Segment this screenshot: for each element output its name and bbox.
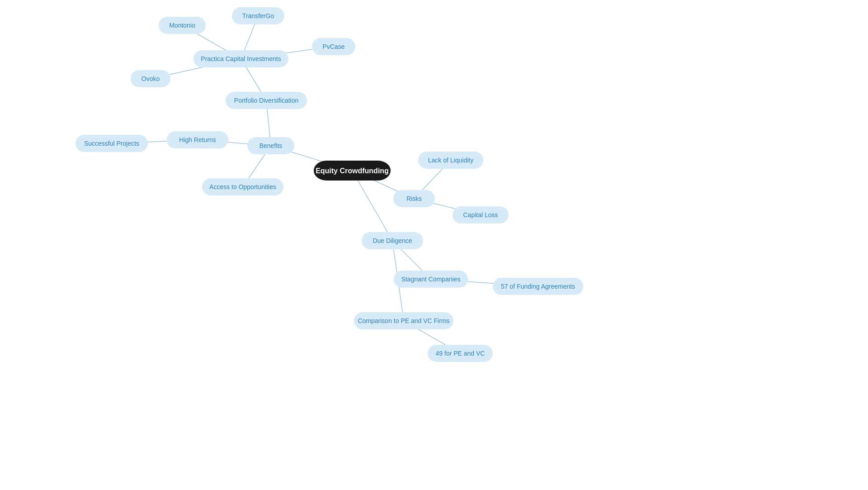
pvcase-label: PvCase — [322, 43, 344, 50]
benefits-label: Benefits — [259, 142, 283, 149]
node-capital-loss[interactable]: Capital Loss — [453, 206, 509, 224]
node-due-diligence[interactable]: Due Diligence — [362, 232, 423, 249]
edge-center-duediligence — [352, 171, 392, 241]
node-funding-agreements[interactable]: 57 of Funding Agreements — [493, 278, 583, 295]
node-practica-capital[interactable]: Practica Capital Investments — [193, 50, 288, 67]
node-access-opportunities[interactable]: Access to Opportunities — [202, 178, 283, 195]
node-transfergo[interactable]: TransferGo — [232, 7, 284, 24]
mind-map: .edge-line { stroke: #a0c4d8; stroke-wid… — [0, 0, 868, 490]
node-successful-projects[interactable]: Successful Projects — [75, 135, 148, 152]
node-risks[interactable]: Risks — [393, 190, 435, 207]
access-opportunities-label: Access to Opportunities — [209, 183, 276, 190]
node-lack-liquidity[interactable]: Lack of Liquidity — [418, 152, 483, 169]
lack-liquidity-label: Lack of Liquidity — [428, 157, 473, 164]
risks-label: Risks — [406, 195, 422, 202]
node-pvcase[interactable]: PvCase — [312, 38, 355, 55]
transfergo-label: TransferGo — [242, 12, 274, 19]
stagnant-companies-label: Stagnant Companies — [401, 276, 461, 283]
node-comparison-pevc[interactable]: Comparison to PE and VC Firms — [354, 312, 453, 329]
funding-agreements-label: 57 of Funding Agreements — [501, 283, 575, 290]
node-pe-vc[interactable]: 49 for PE and VC — [428, 345, 493, 362]
center-label: Equity Crowdfunding — [316, 167, 389, 175]
comparison-pevc-label: Comparison to PE and VC Firms — [358, 317, 449, 324]
ovoko-label: Ovoko — [142, 75, 160, 82]
node-benefits[interactable]: Benefits — [247, 137, 294, 154]
capital-loss-label: Capital Loss — [463, 211, 498, 219]
due-diligence-label: Due Diligence — [373, 237, 412, 244]
high-returns-label: High Returns — [179, 136, 216, 143]
portfolio-diversification-label: Portfolio Diversification — [234, 97, 298, 104]
node-center[interactable]: Equity Crowdfunding — [314, 161, 391, 181]
montonio-label: Montonio — [169, 22, 195, 29]
node-portfolio-diversification[interactable]: Portfolio Diversification — [226, 92, 307, 109]
practica-capital-label: Practica Capital Investments — [201, 55, 281, 62]
pe-vc-label: 49 for PE and VC — [436, 350, 485, 357]
node-high-returns[interactable]: High Returns — [167, 131, 228, 148]
node-ovoko[interactable]: Ovoko — [131, 70, 170, 87]
node-montonio[interactable]: Montonio — [159, 17, 206, 34]
successful-projects-label: Successful Projects — [84, 140, 139, 147]
node-stagnant-companies[interactable]: Stagnant Companies — [394, 271, 468, 288]
